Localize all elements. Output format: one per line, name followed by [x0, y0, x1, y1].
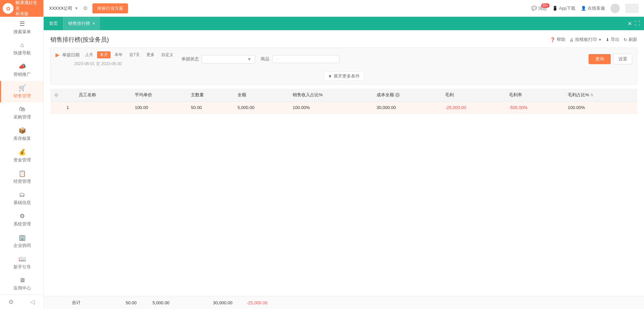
finance-icon: 💰: [18, 148, 26, 156]
footer-amount: 5,000.00: [153, 300, 183, 305]
help-icon: ❓: [550, 37, 555, 42]
print-dropdown-arrow: ▼: [598, 38, 602, 42]
date-filter-top: ▶ 单据日期 上月 本月 本年 近7天 更多 自定义: [55, 51, 176, 58]
td-cost: 30,000.00: [373, 102, 441, 114]
sales-icon: 🛒: [18, 84, 26, 92]
sidebar-item-operation[interactable]: 📋 经营管理: [0, 166, 43, 188]
date-filter-group: ▶ 单据日期 上月 本月 本年 近7天 更多 自定义: [55, 51, 176, 67]
user-avatar[interactable]: [610, 4, 620, 13]
online-service-button[interactable]: 👤 在线客服: [581, 5, 605, 11]
date-tab-custom[interactable]: 自定义: [159, 51, 176, 58]
date-tab-7days[interactable]: 近7天: [127, 51, 142, 58]
goods-filter-group: 商品 ···: [261, 55, 339, 63]
th-gross-pct: 毛利占比% ⇅: [564, 89, 637, 102]
status-label: 单据状态: [181, 56, 199, 62]
expand-more-button[interactable]: ▼ 展开更多条件: [324, 71, 364, 81]
table-spacer: [50, 114, 637, 248]
operation-icon: 📋: [18, 170, 26, 177]
filter-row-1: ▶ 单据日期 上月 本月 本年 近7天 更多 自定义: [55, 51, 632, 67]
topbar-right: 💬 消息 99+ 📱 App下载 👤 在线客服: [531, 4, 639, 13]
sidebar-item-inventory[interactable]: 📦 库存核算: [0, 123, 43, 145]
date-tabs: 上月 本月 本年 近7天 更多 自定义: [82, 51, 176, 58]
tab-sales-ranking[interactable]: 销售排行榜 ✕: [63, 17, 100, 30]
date-tab-last-month[interactable]: 上月: [82, 51, 96, 58]
date-tab-this-month[interactable]: 本月: [97, 51, 111, 58]
user-name-area: [625, 4, 639, 13]
tabbar-right: ✕ ⛶: [628, 17, 644, 30]
expand-down-icon: ▼: [328, 74, 332, 79]
message-button[interactable]: 💬 消息 99+: [531, 5, 547, 11]
tabbar: 首页 销售排行榜 ✕ ✕ ⛶: [44, 17, 644, 30]
sidebar-item-purchase[interactable]: 🛍 采购管理: [0, 102, 43, 123]
th-settings[interactable]: ⚙: [50, 89, 62, 102]
filter-bar: ▶ 单据日期 上月 本月 本年 近7天 更多 自定义: [50, 48, 637, 85]
table-footer: 合计 50.00 5,000.00 30,000.00 -25,000.00: [44, 296, 644, 309]
column-settings-icon[interactable]: ⚙: [54, 93, 58, 98]
goods-input[interactable]: ···: [272, 55, 339, 63]
page-header: 销售排行榜(按业务员) ❓ 帮助 🖨 按模板打印 ▼ ⬇ 导出: [50, 36, 637, 44]
export-button[interactable]: ⬇ 导出: [606, 37, 619, 43]
th-sales-pct: 销售收入占比%: [289, 89, 373, 102]
app-download-button[interactable]: 📱 App下载: [552, 5, 575, 11]
cost-info-icon[interactable]: i: [395, 93, 400, 97]
print-button[interactable]: 🖨 按模板打印 ▼: [569, 37, 602, 43]
date-label: 单据日期: [62, 52, 80, 58]
gross-pct-sort-icon[interactable]: ⇅: [590, 93, 593, 97]
purchase-icon: 🛍: [19, 106, 25, 113]
trial-button[interactable]: 体验行业方案: [92, 3, 128, 13]
date-tab-this-year[interactable]: 本年: [112, 51, 125, 58]
td-gross-pct: 100.00%: [564, 102, 637, 114]
topbar-settings-icon[interactable]: ⚙: [83, 5, 88, 11]
expand-arrow-btn[interactable]: ▶: [55, 52, 59, 58]
sidebar: ✿ 畅康通好生意 标准版 ☰ 搜索菜单 ⌂ 快捷导航 📣 营销推广 🛒 销售管理…: [0, 0, 44, 309]
refresh-button[interactable]: ↻ 刷新: [624, 37, 637, 43]
th-amount: 全额: [233, 89, 289, 102]
sidebar-item-finance[interactable]: 💰 资金管理: [0, 145, 43, 166]
company-dropdown-arrow: ▼: [74, 6, 78, 11]
td-sales-pct: 100.00%: [289, 102, 373, 114]
td-gross: -25,000.00: [441, 102, 505, 114]
tab-home[interactable]: 首页: [44, 17, 63, 30]
sidebar-collapse-button[interactable]: ◁: [30, 298, 35, 306]
refresh-icon: ↻: [624, 37, 627, 42]
td-row-settings: [50, 102, 62, 114]
appstore-icon: 🖥: [19, 277, 25, 284]
sidebar-item-appstore[interactable]: 🖥 应用中心: [0, 273, 43, 295]
sidebar-item-enterprise[interactable]: 🏢 企业协同: [0, 230, 43, 252]
help-button[interactable]: ❓ 帮助: [550, 37, 565, 43]
settings-button[interactable]: 设置: [613, 54, 632, 64]
date-range-display: 2023-06-01 至 2023-06-30: [55, 61, 122, 67]
footer-total-label: 合计: [72, 300, 99, 306]
home-icon: ⌂: [20, 42, 24, 49]
table-header: ⚙ 员工名称 平均单价 主数量 全额: [50, 89, 637, 102]
tab-close-icon[interactable]: ✕: [92, 21, 95, 26]
sidebar-logo: ✿ 畅康通好生意 标准版: [0, 0, 43, 17]
logo-text: 畅康通好生意 标准版: [15, 0, 41, 17]
query-button[interactable]: 查询: [589, 54, 611, 64]
sidebar-item-sales[interactable]: 🛒 销售管理: [0, 81, 43, 102]
date-tab-more[interactable]: 更多: [144, 51, 157, 58]
table-header-row: ⚙ 员工名称 平均单价 主数量 全额: [50, 89, 637, 102]
expand-row: ▼ 展开更多条件: [55, 69, 632, 81]
basic-icon: 🗂: [19, 191, 25, 198]
sidebar-item-search[interactable]: ☰ 搜索菜单: [0, 17, 43, 38]
status-select[interactable]: ▼: [202, 55, 255, 63]
sidebar-item-basic[interactable]: 🗂 基础信息: [0, 188, 43, 209]
enterprise-icon: 🏢: [18, 234, 26, 241]
sidebar-item-system[interactable]: ⚙ 系统管理: [0, 209, 43, 230]
content-area: 销售排行榜(按业务员) ❓ 帮助 🖨 按模板打印 ▼ ⬇ 导出: [44, 30, 644, 296]
filter-expand-icon: ▶: [55, 52, 59, 58]
tab-close-all-icon[interactable]: ✕: [628, 20, 632, 27]
sidebar-settings-button[interactable]: ⚙: [8, 298, 14, 306]
sidebar-item-marketing[interactable]: 📣 营销推广: [0, 59, 43, 81]
sidebar-bottom: ⚙ ◁: [0, 295, 43, 309]
company-selector[interactable]: XXXXX公司 ▼: [49, 5, 78, 11]
sidebar-item-guide[interactable]: 📖 新手引导: [0, 252, 43, 273]
sidebar-item-quick-nav[interactable]: ⌂ 快捷导航: [0, 38, 43, 59]
marketing-icon: 📣: [18, 63, 26, 70]
tab-maximize-icon[interactable]: ⛶: [635, 20, 640, 27]
download-icon: 📱: [552, 6, 558, 11]
td-avg-price: 100.00: [131, 102, 187, 114]
status-select-arrow: ▼: [247, 57, 252, 62]
th-gross: 毛利: [441, 89, 505, 102]
